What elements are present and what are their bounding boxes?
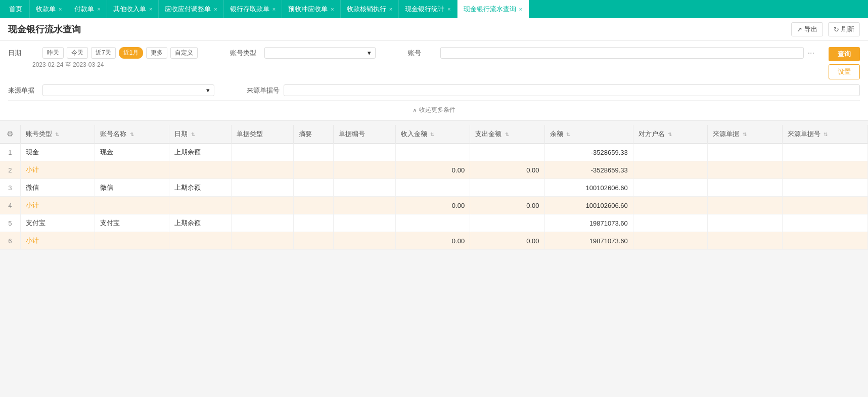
export-button[interactable]: ↗ 导出: [791, 22, 823, 36]
account-input[interactable]: [440, 47, 803, 59]
row-counterpart: [633, 197, 707, 214]
row-doc-type: [232, 214, 294, 232]
row-num: 4: [0, 197, 20, 214]
row-expense: [470, 144, 544, 161]
nav-item-payment[interactable]: 付款单 ×: [68, 0, 107, 18]
row-counterpart: [633, 214, 707, 232]
nav-item-bank-deposit[interactable]: 银行存取款单 ×: [224, 0, 282, 18]
row-source-doc: [708, 179, 782, 197]
row-expense: [470, 179, 544, 197]
row-account-name: [95, 232, 169, 250]
col-account-name[interactable]: 账号名称 ⇅: [95, 125, 169, 144]
close-adjustment-icon[interactable]: ×: [214, 6, 217, 12]
table-row: 2 小计 0.00 0.00 -3528659.33: [0, 161, 868, 179]
close-stats-icon[interactable]: ×: [447, 6, 450, 12]
row-account-name: 微信: [95, 179, 169, 197]
data-table: ⚙ 账号类型 ⇅ 账号名称 ⇅ 日期 ⇅ 单据类型 摘要 单据编号 收入金额 ⇅…: [0, 125, 868, 250]
row-date: [169, 197, 232, 214]
row-source-doc: [708, 161, 782, 179]
date-btn-today[interactable]: 今天: [67, 47, 88, 59]
col-doc-num[interactable]: 单据编号: [333, 125, 395, 144]
account-type-label: 账号类型: [230, 49, 260, 58]
nav-item-writeoff[interactable]: 收款核销执行 ×: [341, 0, 399, 18]
col-account-type[interactable]: 账号类型 ⇅: [20, 125, 95, 144]
collapse-up-icon: ∧: [413, 107, 417, 114]
sort-counterpart-icon: ⇅: [668, 131, 672, 137]
nav-item-stats[interactable]: 现金银行统计 ×: [399, 0, 457, 18]
row-doc-num: [333, 232, 395, 250]
row-summary: [293, 179, 333, 197]
row-num: 1: [0, 144, 20, 161]
nav-item-prepay[interactable]: 预收冲应收单 ×: [282, 0, 340, 18]
close-writeoff-icon[interactable]: ×: [389, 6, 392, 12]
row-date: 上期余额: [169, 144, 232, 161]
col-counterpart[interactable]: 对方户名 ⇅: [633, 125, 707, 144]
row-account-type: 微信: [20, 179, 95, 197]
sort-source-doc-icon: ⇅: [743, 131, 747, 137]
date-btn-custom[interactable]: 自定义: [170, 47, 198, 59]
sort-account-type-icon: ⇅: [55, 131, 59, 137]
source-doc-select[interactable]: ▾: [42, 84, 214, 96]
row-summary: [293, 197, 333, 214]
row-doc-num: [333, 144, 395, 161]
col-source-doc[interactable]: 来源单据 ⇅: [708, 125, 782, 144]
close-prepay-icon[interactable]: ×: [331, 6, 334, 12]
close-bank-deposit-icon[interactable]: ×: [272, 6, 276, 12]
row-source-doc: [708, 214, 782, 232]
table-row: 5 支付宝 支付宝 上期余额 19871073.60: [0, 214, 868, 232]
date-btn-more[interactable]: 更多: [146, 47, 167, 59]
row-income: 0.00: [395, 161, 470, 179]
nav-item-adjustment[interactable]: 应收应付调整单 ×: [159, 0, 223, 18]
row-balance: 19871073.60: [544, 214, 633, 232]
row-source-doc-num: [782, 197, 867, 214]
col-settings[interactable]: ⚙: [0, 125, 20, 144]
nav-item-other-income[interactable]: 其他收入单 ×: [107, 0, 159, 18]
refresh-icon: ↻: [834, 26, 839, 33]
close-other-income-icon[interactable]: ×: [149, 6, 152, 12]
row-account-name: [95, 197, 169, 214]
close-payment-icon[interactable]: ×: [97, 6, 100, 12]
account-dots-icon[interactable]: ···: [808, 49, 814, 58]
page-title: 现金银行流水查询: [8, 23, 81, 35]
table-row: 6 小计 0.00 0.00 19871073.60: [0, 232, 868, 250]
collapse-btn[interactable]: ∧ 收起更多条件: [8, 104, 860, 116]
sort-source-doc-num-icon: ⇅: [824, 131, 828, 137]
col-balance[interactable]: 余额 ⇅: [544, 125, 633, 144]
nav-item-home[interactable]: 首页: [2, 0, 30, 18]
query-button[interactable]: 查询: [829, 47, 860, 61]
row-source-doc-num: [782, 214, 867, 232]
date-btn-7days[interactable]: 近7天: [91, 47, 116, 59]
row-source-doc-num: [782, 179, 867, 197]
account-label: 账号: [408, 49, 438, 58]
col-income[interactable]: 收入金额 ⇅: [395, 125, 470, 144]
source-doc-num-input[interactable]: [284, 84, 860, 96]
row-doc-type: [232, 197, 294, 214]
row-num: 5: [0, 214, 20, 232]
row-income: [395, 179, 470, 197]
date-btn-yesterday[interactable]: 昨天: [42, 47, 64, 59]
col-summary[interactable]: 摘要: [293, 125, 333, 144]
account-type-select[interactable]: ▾: [264, 47, 376, 59]
col-doc-type[interactable]: 单据类型: [232, 125, 294, 144]
nav-item-cashflow[interactable]: 现金银行流水查询 ×: [458, 0, 529, 18]
row-expense: [470, 214, 544, 232]
settings-button[interactable]: 设置: [829, 64, 860, 79]
date-filter-label: 日期: [8, 49, 38, 58]
row-balance: 19871073.60: [544, 232, 633, 250]
row-source-doc: [708, 232, 782, 250]
date-options: 昨天 今天 近7天 近1月 更多 自定义: [42, 47, 198, 59]
close-cashflow-icon[interactable]: ×: [519, 6, 522, 12]
col-expense[interactable]: 支出金额 ⇅: [470, 125, 544, 144]
col-date[interactable]: 日期 ⇅: [169, 125, 232, 144]
table-container: ⚙ 账号类型 ⇅ 账号名称 ⇅ 日期 ⇅ 单据类型 摘要 单据编号 收入金额 ⇅…: [0, 125, 868, 250]
close-receipt-icon[interactable]: ×: [59, 6, 62, 12]
nav-item-receipt[interactable]: 收款单 ×: [30, 0, 68, 18]
col-source-doc-num[interactable]: 来源单据号 ⇅: [782, 125, 867, 144]
row-summary: [293, 144, 333, 161]
row-income: 0.00: [395, 197, 470, 214]
row-num: 2: [0, 161, 20, 179]
table-row: 3 微信 微信 上期余额 100102606.60: [0, 179, 868, 197]
refresh-button[interactable]: ↻ 刷新: [828, 22, 860, 36]
row-date: 上期余额: [169, 214, 232, 232]
date-btn-1month[interactable]: 近1月: [119, 47, 144, 59]
